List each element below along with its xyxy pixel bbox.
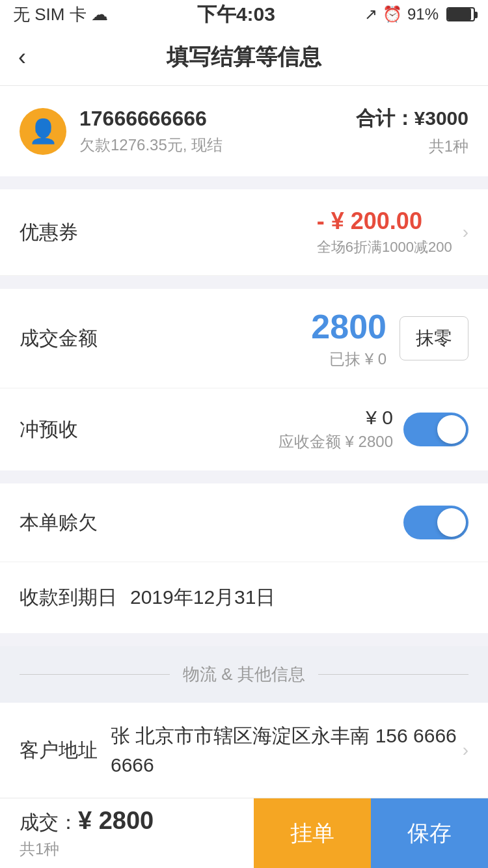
status-time: 下午4:03 <box>197 1 275 28</box>
logistics-label: 物流 & 其他信息 <box>183 663 305 686</box>
total-label: 合计： <box>356 107 414 129</box>
avatar: 👤 <box>20 108 66 155</box>
bottom-deal: 成交：¥ 2800 <box>20 807 234 836</box>
debit-toggle-knob <box>437 508 466 537</box>
deal-amount: 2800 <box>311 307 386 346</box>
deal-label: 成交金额 <box>20 325 98 352</box>
total-count: 共1种 <box>356 136 468 157</box>
deal-amount-wrap: 2800 已抹 ¥ 0 <box>311 307 386 370</box>
bottom-deal-amount: ¥ 2800 <box>78 807 154 834</box>
status-bar: 无 SIM 卡 ☁ 下午4:03 ↗ ⏰ 91% <box>0 0 488 29</box>
back-button[interactable]: ‹ <box>18 44 26 71</box>
battery-icon <box>446 7 475 21</box>
card-left: 👤 17666666666 欠款1276.35元, 现结 <box>20 107 223 156</box>
pre-receive-section: 冲预收 ¥ 0 应收金额 ¥ 2800 <box>0 388 488 470</box>
user-card: 👤 17666666666 欠款1276.35元, 现结 合计：¥3000 共1… <box>0 86 488 176</box>
deal-wiped: 已抹 ¥ 0 <box>311 349 386 370</box>
debit-toggle[interactable] <box>403 506 468 539</box>
coupon-label: 优惠券 <box>20 219 78 246</box>
toggle-knob <box>437 415 466 444</box>
divider-3 <box>0 470 488 483</box>
divider-1 <box>0 176 488 189</box>
page-title: 填写结算等信息 <box>167 42 321 72</box>
sim-label: 无 SIM 卡 ☁ <box>13 3 108 26</box>
avatar-icon: 👤 <box>29 118 58 145</box>
debit-label: 本单赊欠 <box>20 509 98 536</box>
bottom-info: 成交：¥ 2800 共1种 <box>0 807 254 860</box>
sep-line-left <box>20 674 170 675</box>
save-button[interactable]: 保存 <box>371 798 488 869</box>
coupon-right: - ¥ 200.00 全场6折满1000减200 › <box>317 208 468 257</box>
user-info: 17666666666 欠款1276.35元, 现结 <box>79 107 223 156</box>
pre-receive-label: 冲预收 <box>20 416 78 443</box>
divider-4 <box>0 633 488 646</box>
alarm-icon: ⏰ <box>383 5 402 23</box>
user-debt: 欠款1276.35元, 现结 <box>79 135 223 156</box>
status-right: ↗ ⏰ 91% <box>364 5 475 23</box>
wipe-zero-button[interactable]: 抹零 <box>400 316 468 360</box>
pre-receive-right: ¥ 0 应收金额 ¥ 2800 <box>278 407 468 452</box>
due-date-value: 2019年12月31日 <box>130 584 275 611</box>
sep-line-right <box>318 674 468 675</box>
pre-receivable: 应收金额 ¥ 2800 <box>278 431 393 452</box>
coupon-desc: 全场6折满1000减200 <box>317 237 452 257</box>
battery-percent: 91% <box>407 5 439 23</box>
content-area: 👤 17666666666 欠款1276.35元, 现结 合计：¥3000 共1… <box>0 86 488 868</box>
pre-amount-wrap: ¥ 0 应收金额 ¥ 2800 <box>278 407 393 452</box>
bottom-deal-label: 成交： <box>20 811 78 833</box>
total-value: ¥3000 <box>414 107 468 129</box>
location-icon: ↗ <box>364 5 377 23</box>
address-label: 客户地址 <box>20 737 98 764</box>
coupon-amount: - ¥ 200.00 <box>317 208 452 235</box>
deal-section: 成交金额 2800 已抹 ¥ 0 抹零 <box>0 289 488 388</box>
address-content: 张 北京市市辖区海淀区永丰南 156 6666 6666 <box>111 721 463 780</box>
status-left: 无 SIM 卡 ☁ <box>13 3 108 26</box>
bottom-bar: 成交：¥ 2800 共1种 挂单 保存 <box>0 798 488 868</box>
due-date-label: 收款到期日 <box>20 584 117 611</box>
coupon-row[interactable]: 优惠券 - ¥ 200.00 全场6折满1000减200 › <box>0 189 488 276</box>
nav-bar: ‹ 填写结算等信息 <box>0 29 488 86</box>
logistics-separator: 物流 & 其他信息 <box>0 646 488 703</box>
pre-amount: ¥ 0 <box>278 407 393 429</box>
bottom-count: 共1种 <box>20 839 234 860</box>
due-date-section: 收款到期日 2019年12月31日 <box>0 562 488 633</box>
address-section[interactable]: 客户地址 张 北京市市辖区海淀区永丰南 156 6666 6666 › <box>0 703 488 798</box>
coupon-chevron-icon: › <box>463 222 468 243</box>
total-amount: 合计：¥3000 <box>356 105 468 132</box>
address-chevron-icon: › <box>463 740 468 761</box>
user-phone: 17666666666 <box>79 107 223 131</box>
divider-2 <box>0 276 488 289</box>
debit-section: 本单赊欠 <box>0 483 488 562</box>
deal-right: 2800 已抹 ¥ 0 抹零 <box>311 307 468 370</box>
pre-receive-toggle[interactable] <box>403 413 468 446</box>
hang-order-button[interactable]: 挂单 <box>254 798 371 869</box>
card-right: 合计：¥3000 共1种 <box>356 105 468 157</box>
